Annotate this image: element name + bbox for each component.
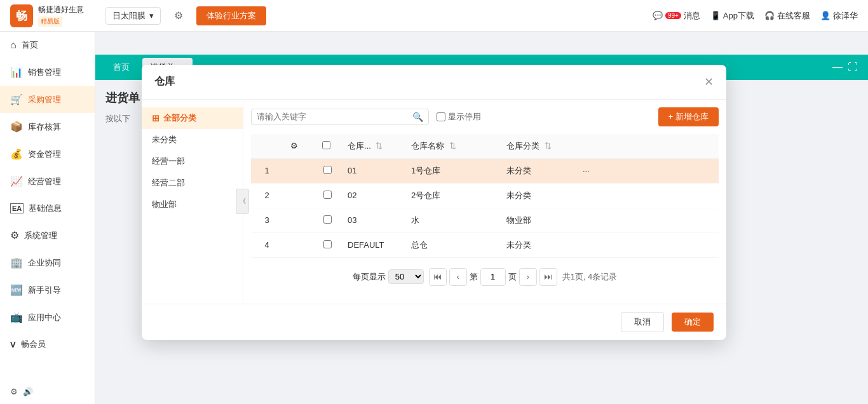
cell-check-0 bbox=[315, 158, 340, 183]
th-check bbox=[315, 134, 340, 159]
select-all-checkbox[interactable] bbox=[322, 141, 330, 149]
th-name[interactable]: 仓库名称 ⇅ bbox=[403, 134, 499, 159]
settings-button[interactable]: ⚙ bbox=[168, 6, 189, 26]
collapse-category-button[interactable]: 《 bbox=[236, 189, 249, 214]
dropdown-icon: ▾ bbox=[149, 11, 154, 20]
cell-settings-1 bbox=[283, 183, 315, 208]
page-number-input[interactable] bbox=[480, 268, 506, 286]
grid-icon: ⊞ bbox=[152, 113, 159, 123]
store-selector[interactable]: 日太阳膜 ▾ bbox=[105, 7, 161, 25]
sidebar-bottom: ⚙ 🔊 bbox=[0, 379, 95, 404]
sidebar-item-home[interactable]: ⌂ 首页 bbox=[0, 32, 95, 58]
online-service-group[interactable]: 🎧 在线客服 bbox=[764, 10, 810, 22]
cell-action-3 bbox=[575, 232, 719, 257]
prev-page-button[interactable]: ‹ bbox=[449, 268, 467, 286]
sidebar-item-system[interactable]: ⚙ 系统管理 bbox=[0, 222, 95, 249]
category-all[interactable]: ⊞ 全部分类 bbox=[142, 107, 243, 129]
category-item-1[interactable]: 经营一部 bbox=[142, 151, 243, 172]
app-download-group[interactable]: 📱 App下载 bbox=[710, 10, 754, 22]
sidebar-label-purchase: 采购管理 bbox=[28, 94, 61, 105]
pagination: 每页显示 50 100 200 ⏮ ‹ 第 页 › bbox=[251, 258, 719, 296]
settings-bottom-icon[interactable]: ⚙ bbox=[10, 387, 18, 396]
row-checkbox-2[interactable] bbox=[323, 215, 332, 224]
sidebar-label-system: 系统管理 bbox=[24, 230, 57, 241]
sidebar-label-home: 首页 bbox=[22, 39, 38, 51]
per-page-group: 每页显示 50 100 200 bbox=[353, 269, 424, 284]
sidebar-item-operation[interactable]: 📈 经营管理 bbox=[0, 168, 95, 195]
sidebar-label-appcenter: 应用中心 bbox=[28, 312, 61, 323]
sidebar-item-member[interactable]: V 畅会员 bbox=[0, 331, 95, 358]
add-warehouse-button[interactable]: + 新增仓库 bbox=[658, 107, 719, 126]
th-category[interactable]: 仓库分类 ⇅ bbox=[499, 134, 575, 159]
tab-home-label: 首页 bbox=[113, 62, 130, 72]
member-icon: V bbox=[10, 340, 16, 349]
message-icon: 💬 bbox=[653, 11, 663, 20]
warehouse-table: ⚙ 仓库... ⇅ 仓库名称 ⇅ bbox=[251, 134, 719, 258]
per-page-select[interactable]: 50 100 200 bbox=[388, 269, 424, 284]
sidebar-item-basics[interactable]: EA 基础信息 bbox=[0, 195, 95, 222]
user-group[interactable]: 👤 徐泽华 bbox=[820, 10, 858, 22]
sidebar-label-member: 畅会员 bbox=[21, 339, 46, 350]
tab-home[interactable]: 首页 bbox=[105, 58, 137, 77]
category-item-0[interactable]: 未分类 bbox=[142, 129, 243, 151]
maximize-icon[interactable]: ⛶ bbox=[848, 62, 858, 73]
modal-close-button[interactable]: ✕ bbox=[704, 75, 714, 89]
cell-settings-0 bbox=[283, 158, 315, 183]
table-row[interactable]: 1 01 1号仓库 未分类 ··· bbox=[251, 158, 719, 183]
show-disabled-label[interactable]: 显示停用 bbox=[437, 111, 481, 123]
show-disabled-checkbox[interactable] bbox=[437, 112, 445, 121]
cell-num-2: 3 bbox=[251, 208, 283, 232]
cancel-button[interactable]: 取消 bbox=[621, 312, 664, 332]
page-nav: ⏮ ‹ 第 页 › ⏭ bbox=[429, 268, 557, 286]
show-disabled-text: 显示停用 bbox=[448, 111, 481, 123]
cell-num-0: 1 bbox=[251, 158, 283, 183]
cell-action-2 bbox=[575, 208, 719, 232]
th-code[interactable]: 仓库... ⇅ bbox=[340, 134, 403, 159]
table-row[interactable]: 3 03 水 物业部 bbox=[251, 208, 719, 232]
search-box: 🔍 bbox=[251, 109, 429, 125]
sidebar-item-guide[interactable]: 🆕 新手引导 bbox=[0, 276, 95, 304]
cell-cat-1: 未分类 bbox=[499, 183, 575, 208]
settings-col-icon[interactable]: ⚙ bbox=[290, 141, 298, 151]
table-head: ⚙ 仓库... ⇅ 仓库名称 ⇅ bbox=[251, 134, 719, 159]
system-icon: ⚙ bbox=[10, 229, 19, 241]
modal-header: 仓库 ✕ bbox=[142, 65, 726, 100]
sidebar-item-purchase[interactable]: 🛒 采购管理 bbox=[0, 86, 95, 113]
sidebar-item-sales[interactable]: 📊 销售管理 bbox=[0, 58, 95, 86]
sidebar-item-appcenter[interactable]: 📺 应用中心 bbox=[0, 304, 95, 331]
search-icon[interactable]: 🔍 bbox=[412, 112, 423, 122]
search-input[interactable] bbox=[257, 112, 412, 121]
sidebar-item-enterprise[interactable]: 🏢 企业协同 bbox=[0, 249, 95, 276]
category-item-3[interactable]: 物业部 bbox=[142, 194, 243, 215]
app-download-label: App下载 bbox=[723, 10, 754, 22]
sidebar-item-inventory[interactable]: 📦 库存核算 bbox=[0, 113, 95, 140]
row-checkbox-1[interactable] bbox=[323, 191, 332, 199]
sidebar-item-finance[interactable]: 💰 资金管理 bbox=[0, 140, 95, 168]
row-checkbox-3[interactable] bbox=[323, 240, 332, 248]
cell-check-3 bbox=[315, 232, 340, 257]
table-row[interactable]: 2 02 2号仓库 未分类 bbox=[251, 183, 719, 208]
notifications-group[interactable]: 💬 99+ 消息 bbox=[653, 10, 700, 22]
trial-button[interactable]: 体验行业方案 bbox=[196, 6, 266, 25]
cell-cat-3: 未分类 bbox=[499, 232, 575, 257]
cell-action-1 bbox=[575, 183, 719, 208]
logo-icon: 畅 bbox=[10, 4, 33, 27]
category-label-1: 经营一部 bbox=[152, 156, 185, 166]
last-page-button[interactable]: ⏭ bbox=[539, 268, 557, 286]
table-row[interactable]: 4 DEFAULT 总仓 未分类 bbox=[251, 232, 719, 257]
username: 徐泽华 bbox=[833, 10, 858, 22]
minimize-icon[interactable]: — bbox=[832, 62, 843, 73]
notifications-badge: 99+ bbox=[665, 12, 681, 19]
next-page-button[interactable]: › bbox=[519, 268, 537, 286]
category-item-2[interactable]: 经营二部 bbox=[142, 172, 243, 194]
category-sidebar: ⊞ 全部分类 未分类 经营一部 经营二部 物业部 《 bbox=[142, 100, 243, 304]
cell-name-2: 水 bbox=[403, 208, 499, 232]
cell-num-1: 2 bbox=[251, 183, 283, 208]
sidebar-label-sales: 销售管理 bbox=[28, 67, 61, 78]
row-checkbox-0[interactable] bbox=[323, 166, 332, 174]
appcenter-icon: 📺 bbox=[10, 311, 23, 323]
cell-code-1: 02 bbox=[340, 183, 403, 208]
sound-icon[interactable]: 🔊 bbox=[23, 387, 33, 396]
first-page-button[interactable]: ⏮ bbox=[429, 268, 447, 286]
confirm-button[interactable]: 确定 bbox=[672, 313, 714, 332]
